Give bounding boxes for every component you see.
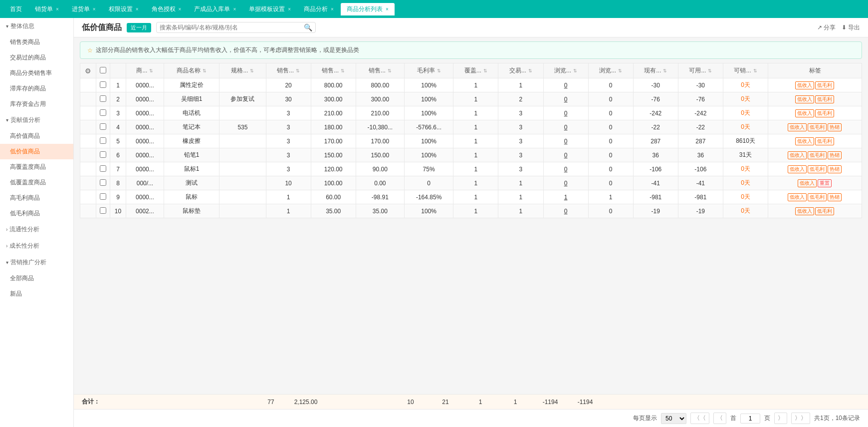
checkbox-cell[interactable] xyxy=(96,204,110,218)
first-page-button[interactable]: 〈〈 xyxy=(690,413,709,424)
sales-qty-column-header[interactable]: 销售...⇅ xyxy=(266,63,311,78)
browse-link[interactable]: 0 xyxy=(564,152,568,159)
nav-home[interactable]: 首页 xyxy=(4,3,28,15)
sidebar-group-flow[interactable]: › 流通性分析 xyxy=(0,221,73,238)
nav-product-analysis[interactable]: 商品分析 × xyxy=(298,3,340,15)
spec-column-header[interactable]: 规格...⇅ xyxy=(219,63,266,78)
browse-link[interactable]: 0 xyxy=(564,138,568,145)
search-icon[interactable]: 🔍 xyxy=(304,23,312,31)
filter-tag[interactable]: 近一月 xyxy=(127,23,151,32)
prev-page-button[interactable]: 〈 xyxy=(713,413,726,424)
saleable-column-header[interactable]: 可销...⇅ xyxy=(723,63,768,78)
nav-analysis-list[interactable]: 商品分析列表 × xyxy=(341,3,395,15)
sidebar-item-all-goods[interactable]: 全部商品 xyxy=(0,271,73,286)
browse-link[interactable]: 1 xyxy=(564,194,568,201)
sidebar-item-category-sales-rate[interactable]: 商品分类销售率 xyxy=(0,65,73,81)
row-checkbox[interactable] xyxy=(100,207,106,214)
checkbox-cell[interactable] xyxy=(96,134,110,148)
row-checkbox[interactable] xyxy=(100,95,106,102)
checkbox-cell[interactable] xyxy=(96,176,110,190)
browse-link[interactable]: 0 xyxy=(564,166,568,173)
sort-icon[interactable]: ⇅ xyxy=(250,68,254,73)
sidebar-item-high-value[interactable]: 高价值商品 xyxy=(0,128,73,144)
sort-icon[interactable]: ⇅ xyxy=(483,68,487,73)
sidebar-item-new-goods[interactable]: 新品 xyxy=(0,286,73,302)
select-all-checkbox[interactable] xyxy=(100,67,106,73)
sidebar-group-contribution[interactable]: ▾ 贡献值分析 xyxy=(0,112,73,128)
checkbox-column-header[interactable] xyxy=(96,63,110,78)
checkbox-cell[interactable] xyxy=(96,120,110,134)
sidebar-item-high-margin[interactable]: 高毛利商品 xyxy=(0,190,73,206)
checkbox-cell[interactable] xyxy=(96,148,110,162)
row-checkbox[interactable] xyxy=(100,109,106,116)
share-button[interactable]: ↗ 分享 xyxy=(817,23,836,32)
search-input[interactable] xyxy=(160,24,304,31)
close-icon[interactable]: × xyxy=(56,6,59,12)
sidebar-item-low-value[interactable]: 低价值商品 xyxy=(0,144,73,159)
row-checkbox[interactable] xyxy=(100,179,106,186)
close-icon[interactable]: × xyxy=(331,6,334,12)
checkbox-cell[interactable] xyxy=(96,78,110,92)
sort-icon[interactable]: ⇅ xyxy=(341,68,345,73)
browse2-column-header[interactable]: 浏览...⇅ xyxy=(588,63,633,78)
close-icon[interactable]: × xyxy=(288,6,291,12)
sidebar-item-high-coverage[interactable]: 高覆盖度商品 xyxy=(0,159,73,175)
next-page-button[interactable]: 〉 xyxy=(774,413,787,424)
row-checkbox[interactable] xyxy=(100,137,106,144)
export-button[interactable]: ⬇ 导出 xyxy=(842,23,860,32)
sales-price-column-header[interactable]: 销售...⇅ xyxy=(356,63,404,78)
checkbox-cell[interactable] xyxy=(96,92,110,106)
checkbox-cell[interactable] xyxy=(96,190,110,204)
browse-link[interactable]: 0 xyxy=(564,110,568,117)
sort-icon[interactable]: ⇅ xyxy=(149,68,153,73)
sort-icon[interactable]: ⇅ xyxy=(528,68,532,73)
sidebar-group-growth[interactable]: › 成长性分析 xyxy=(0,238,73,254)
row-checkbox[interactable] xyxy=(100,193,106,200)
browse-link[interactable]: 0 xyxy=(564,180,568,187)
nav-sales-order[interactable]: 销货单 × xyxy=(29,3,65,15)
sales-amount-column-header[interactable]: 销售...⇅ xyxy=(311,63,356,78)
browse-link[interactable]: 0 xyxy=(564,124,568,131)
name-column-header[interactable]: 商品名称⇅ xyxy=(164,63,219,78)
nav-product-inbound[interactable]: 产成品入库单 × xyxy=(188,3,242,15)
browse-link[interactable]: 0 xyxy=(564,96,568,103)
nav-purchase-order[interactable]: 进货单 × xyxy=(66,3,102,15)
sidebar-group-marketing[interactable]: ▾ 营销推广分析 xyxy=(0,254,73,271)
last-page-button[interactable]: 〉〉 xyxy=(791,413,810,424)
close-icon[interactable]: × xyxy=(386,6,389,12)
page-input[interactable] xyxy=(740,414,760,424)
per-page-select[interactable]: 50 100 200 xyxy=(661,413,686,424)
nav-template-settings[interactable]: 单据模板设置 × xyxy=(243,3,297,15)
close-icon[interactable]: × xyxy=(93,6,96,12)
close-icon[interactable]: × xyxy=(179,6,182,12)
checkbox-cell[interactable] xyxy=(96,162,110,176)
row-checkbox[interactable] xyxy=(100,81,106,88)
sort-icon[interactable]: ⇅ xyxy=(203,68,207,73)
sidebar-group-overview[interactable]: ▾ 整体信息 xyxy=(0,18,73,34)
gross-rate-column-header[interactable]: 毛利率⇅ xyxy=(404,63,453,78)
sort-icon[interactable]: ⇅ xyxy=(753,68,757,73)
sort-icon[interactable]: ⇅ xyxy=(663,68,667,73)
sidebar-item-sales-goods[interactable]: 销售类商品 xyxy=(0,34,73,50)
row-checkbox[interactable] xyxy=(100,123,106,130)
sidebar-item-low-coverage[interactable]: 低覆盖度商品 xyxy=(0,175,73,190)
stock1-column-header[interactable]: 现有...⇅ xyxy=(633,63,678,78)
nav-permission[interactable]: 权限设置 × xyxy=(103,3,145,15)
coverage-column-header[interactable]: 覆盖...⇅ xyxy=(453,63,498,78)
sidebar-item-stock-capital[interactable]: 库存资金占用 xyxy=(0,96,73,112)
sort-icon[interactable]: ⇅ xyxy=(388,68,392,73)
sidebar-item-traded-goods[interactable]: 交易过的商品 xyxy=(0,50,73,65)
sort-icon[interactable]: ⇅ xyxy=(618,68,622,73)
sidebar-item-slow-goods[interactable]: 滞库存的商品 xyxy=(0,81,73,96)
settings-column-header[interactable]: ⚙ xyxy=(80,63,96,78)
sort-icon[interactable]: ⇅ xyxy=(296,68,300,73)
trade-column-header[interactable]: 交易...⇅ xyxy=(498,63,543,78)
sort-icon[interactable]: ⇅ xyxy=(573,68,577,73)
close-icon[interactable]: × xyxy=(233,6,236,12)
sort-icon[interactable]: ⇅ xyxy=(437,68,441,73)
close-icon[interactable]: × xyxy=(136,6,139,12)
row-checkbox[interactable] xyxy=(100,151,106,158)
sidebar-item-low-margin[interactable]: 低毛利商品 xyxy=(0,206,73,221)
browse-link[interactable]: 0 xyxy=(564,82,568,89)
code-column-header[interactable]: 商...⇅ xyxy=(126,63,164,78)
